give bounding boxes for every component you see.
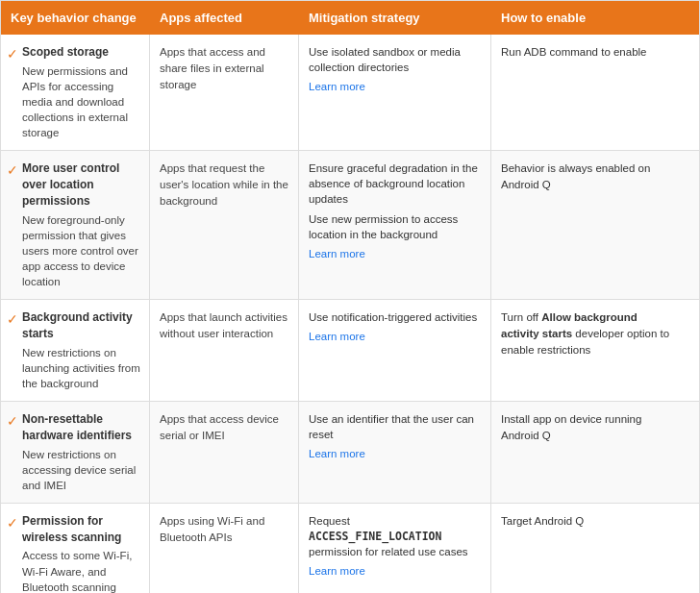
table-row: ✓ More user control over location permis… [1,151,699,300]
row3-learn-more-link[interactable]: Learn more [309,331,365,342]
row4-behavior-cell: ✓ Non-resettable hardware identifiers Ne… [1,402,150,503]
header-col2: Apps affected [150,1,299,35]
row4-how-cell: Install app on device running Android Q [491,402,684,503]
table-header: Key behavior change Apps affected Mitiga… [1,1,699,35]
row5-learn-more-link[interactable]: Learn more [309,565,365,577]
check-icon: ✓ [7,514,18,533]
row5-mitigation-suffix: permission for related use cases [309,546,468,557]
row3-how-prefix: Turn off [501,311,541,323]
row5-how-cell: Target Android Q [491,504,684,593]
row3-desc: New restrictions on launching activities… [22,345,145,391]
row5-title: Permission for wireless scanning [22,513,145,546]
row3-apps: Apps that launch activities without user… [160,311,288,339]
row1-desc: New permissions and APIs for accessing m… [22,63,145,140]
check-icon: ✓ [7,412,18,432]
header-col4: How to enable [491,1,684,35]
row3-how-cell: Turn off Allow background activity start… [491,300,684,401]
check-icon: ✓ [7,310,18,330]
row5-mitigation-code: ACCESS_FINE_LOCATION [309,530,441,543]
table-row: ✓ Background activity starts New restric… [1,300,699,402]
row1-learn-more-link[interactable]: Learn more [309,81,365,92]
row4-mitigation: Use an identifier that the user can rese… [309,411,481,442]
row1-apps: Apps that access and share files in exte… [160,46,265,90]
row2-behavior-cell: ✓ More user control over location permis… [1,151,150,299]
row5-mitigation-prefix: Request [309,515,350,527]
row2-apps: Apps that request the user's location wh… [160,162,288,207]
row4-desc: New restrictions on accessing device ser… [22,447,145,493]
row1-how: Run ADB command to enable [501,46,647,58]
row5-apps: Apps using Wi-Fi and Bluetooth APIs [160,515,264,543]
row5-mitigation-cell: Request ACCESS_FINE_LOCATION permission … [299,504,491,593]
row5-behavior-cell: ✓ Permission for wireless scanning Acces… [1,504,150,593]
row3-title: Background activity starts [22,309,145,342]
row1-apps-cell: Apps that access and share files in exte… [150,35,299,150]
row4-mitigation-cell: Use an identifier that the user can rese… [299,402,491,503]
table-row: ✓ Non-resettable hardware identifiers Ne… [1,402,699,504]
row1-how-cell: Run ADB command to enable [491,35,684,150]
row2-learn-more-link[interactable]: Learn more [309,248,365,259]
row3-mitigation-cell: Use notification-triggered activities Le… [299,300,491,401]
check-icon: ✓ [7,161,18,181]
row4-how: Install app on device running Android Q [501,413,641,441]
row2-title: More user control over location permissi… [22,161,145,209]
row4-title: Non-resettable hardware identifiers [22,411,145,444]
row1-behavior-cell: ✓ Scoped storage New permissions and API… [1,35,150,150]
row1-title: Scoped storage [22,44,145,61]
row3-behavior-cell: ✓ Background activity starts New restric… [1,300,150,401]
table-row: ✓ Scoped storage New permissions and API… [1,35,699,151]
row3-apps-cell: Apps that launch activities without user… [150,300,299,401]
row3-mitigation: Use notification-triggered activities [309,309,481,325]
check-icon: ✓ [7,45,18,64]
header-col1: Key behavior change [1,1,150,35]
row5-mitigation: Request ACCESS_FINE_LOCATION permission … [309,513,481,559]
row2-desc: New foreground-only permission that give… [22,212,145,289]
row5-apps-cell: Apps using Wi-Fi and Bluetooth APIs [150,504,299,593]
row2-how-cell: Behavior is always enabled on Android Q [491,151,684,299]
row2-apps-cell: Apps that request the user's location wh… [150,151,299,299]
row4-apps: Apps that access device serial or IMEI [160,413,279,441]
row2-how: Behavior is always enabled on Android Q [501,162,650,190]
row1-mitigation: Use isolated sandbox or media collection… [309,44,481,75]
row2-mitigation2: Use new permission to access location in… [309,211,481,242]
table-row: ✓ Permission for wireless scanning Acces… [1,504,699,593]
row1-mitigation-cell: Use isolated sandbox or media collection… [299,35,491,150]
row4-apps-cell: Apps that access device serial or IMEI [150,402,299,503]
row4-learn-more-link[interactable]: Learn more [309,448,365,459]
row5-desc: Access to some Wi-Fi, Wi-Fi Aware, and B… [22,548,145,593]
behavior-changes-table: Key behavior change Apps affected Mitiga… [0,0,700,593]
row2-mitigation1: Ensure graceful degradation in the absen… [309,161,481,207]
row2-mitigation-cell: Ensure graceful degradation in the absen… [299,151,491,299]
row5-how: Target Android Q [501,515,584,527]
header-col3: Mitigation strategy [299,1,491,35]
